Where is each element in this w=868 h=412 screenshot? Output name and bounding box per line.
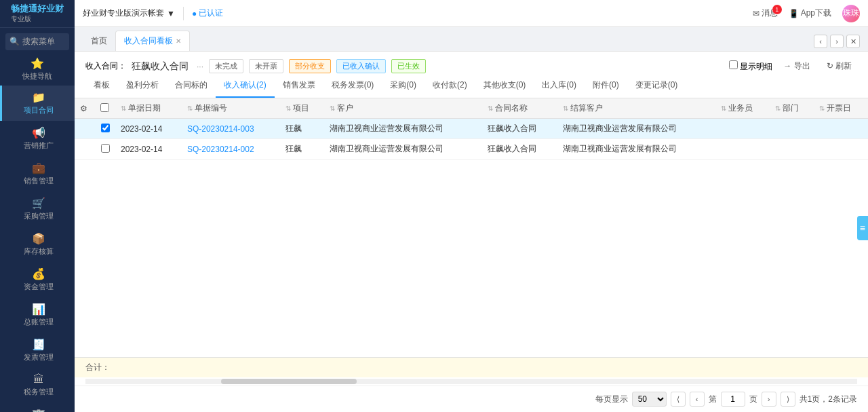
ledger-icon: 📊 [32,303,45,316]
tab-kanban[interactable]: 看板 [85,74,118,98]
sidebar-item-invoice[interactable]: 🧾 发票管理 [0,333,75,368]
row-check-1[interactable] [95,139,115,160]
income-confirm-table: ⚙ ⇅ 单据日期 ⇅ 单据编号 ⇅ 项目 ⇅ 客户 ⇅ 合同名称 ⇅ 结算客户 … [75,98,868,160]
tab-other-income[interactable]: 其他收支(0) [475,74,534,98]
tab-income-confirm[interactable]: 收入确认(2) [216,74,275,98]
status-incomplete[interactable]: 未完成 [209,59,243,73]
marketing-icon: 📢 [32,126,45,139]
col-header-settings[interactable]: ⚙ [75,98,95,119]
sort-date-icon[interactable]: ⇅ [121,105,126,112]
sidebar-item-fixed-assets[interactable]: 🏢 固定资产 [0,402,75,412]
page-number-input[interactable] [721,392,745,407]
row-customer-1: 湖南卫视商业运营发展有限公司 [324,139,482,160]
search-menu-button[interactable]: 🔍 搜索菜单 [5,33,69,50]
row-number-1[interactable]: SQ-20230214-002 [182,139,280,160]
row-customer-0: 湖南卫视商业运营发展有限公司 [324,119,482,139]
user-avatar[interactable]: 珠珠 [842,5,860,22]
col-header-salesman[interactable]: ⇅ 业务员 [715,98,770,119]
tab-change-log[interactable]: 变更记录(0) [627,74,686,98]
message-action[interactable]: ✉ 消息 1 [753,7,778,19]
contract-name: 狂飙收入合同 [132,60,189,73]
col-header-contract[interactable]: ⇅ 合同名称 [482,98,557,119]
sidebar-item-general-ledger[interactable]: 📊 总账管理 [0,297,75,333]
col-header-check[interactable] [95,98,115,119]
home-tab[interactable]: 首页 [83,31,115,51]
row-check-0[interactable] [95,119,115,139]
col-header-date[interactable]: ⇅ 单据日期 [115,98,182,119]
tab-sales-invoice[interactable]: 销售发票 [275,74,323,98]
table-row[interactable]: 2023-02-14 SQ-20230214-003 狂飙 湖南卫视商业运营发展… [75,119,868,139]
page-header-actions: 显示明细 → 导出 ↻ 刷新 [729,58,857,74]
page-size-select[interactable]: 50 100 200 [632,392,667,407]
sidebar-item-inventory[interactable]: 📦 库存核算 [0,227,75,262]
first-page-button[interactable]: ⟨ [671,392,686,407]
prev-page-button[interactable]: ‹ [690,392,705,407]
status-partial-payment[interactable]: 部分收支 [289,59,331,73]
select-all-checkbox[interactable] [100,103,109,112]
scrollbar-thumb[interactable] [221,379,357,384]
col-header-department[interactable]: ⇅ 部门 [770,98,814,119]
status-income-confirmed[interactable]: 已收入确认 [336,59,386,73]
col-header-settle-customer[interactable]: ⇅ 结算客户 [557,98,715,119]
table-row[interactable]: 2023-02-14 SQ-20230214-002 狂飙 湖南卫视商业运营发展… [75,139,868,160]
tab-close-button[interactable]: ✕ [176,37,181,45]
tab-attachment[interactable]: 附件(0) [585,74,627,98]
sidebar-item-finance[interactable]: 💰 资金管理 [0,262,75,297]
col-header-bill-date[interactable]: ⇅ 开票日 [814,98,868,119]
company-selector[interactable]: 好业财专业版演示帐套 ▼ [83,7,175,19]
sidebar-item-sales[interactable]: 💼 销售管理 [0,156,75,191]
sort-project-icon[interactable]: ⇅ [285,105,291,112]
sidebar-item-purchase[interactable]: 🛒 采购管理 [0,191,75,227]
tab-stock[interactable]: 出入库(0) [534,74,585,98]
last-page-button[interactable]: ⟩ [781,392,795,407]
tab-tax-invoice[interactable]: 税务发票(0) [323,74,382,98]
row-checkbox-0[interactable] [101,124,110,132]
sort-customer-icon[interactable]: ⇅ [330,105,335,112]
float-panel-button[interactable]: ≡ [857,216,868,240]
row-checkbox-1[interactable] [101,144,110,153]
show-detail-checkbox[interactable] [729,60,738,69]
sort-dept-icon[interactable]: ⇅ [775,105,781,112]
row-number-link-0[interactable]: SQ-20230214-003 [187,124,254,134]
next-page-button[interactable]: › [762,392,776,407]
marketing-label: 营销推广 [24,141,54,151]
sort-bill-icon[interactable]: ⇅ [819,105,825,112]
sort-settle-icon[interactable]: ⇅ [563,105,568,112]
col-header-customer[interactable]: ⇅ 客户 [324,98,482,119]
export-button[interactable]: → 导出 [778,58,815,74]
tab-payment[interactable]: 收付款(2) [425,74,475,98]
sidebar-item-tax[interactable]: 🏛 税务管理 [0,368,75,402]
page-size-label: 每页显示 [595,394,628,405]
status-uninvoiced[interactable]: 未开票 [249,59,283,73]
col-header-project[interactable]: ⇅ 项目 [280,98,324,119]
app-icon: 📱 [789,9,799,18]
row-contract-1: 狂飙收入合同 [482,139,557,160]
inventory-icon: 📦 [32,232,45,245]
sort-contract-icon[interactable]: ⇅ [488,105,493,112]
sales-label: 销售管理 [24,176,54,186]
row-number-0[interactable]: SQ-20230214-003 [182,119,280,139]
sort-salesman-icon[interactable]: ⇅ [721,105,726,112]
row-date-1: 2023-02-14 [115,139,182,160]
sidebar-item-marketing[interactable]: 📢 营销推广 [0,121,75,156]
tab-contract-subject[interactable]: 合同标的 [167,74,216,98]
tab-purchase[interactable]: 采购(0) [382,74,425,98]
tab-prev-button[interactable]: ‹ [814,35,827,48]
ledger-label: 总账管理 [24,317,54,327]
sort-number-icon[interactable]: ⇅ [187,105,193,112]
app-download-action[interactable]: 📱 App下载 [789,7,831,19]
tab-close-all-button[interactable]: ✕ [846,35,860,48]
refresh-button[interactable]: ↻ 刷新 [821,58,857,74]
col-header-number[interactable]: ⇅ 单据编号 [182,98,280,119]
main-content: 好业财专业版演示帐套 ▼ ● 已认证 ✉ 消息 1 📱 App下载 珠珠 首页 [75,0,868,412]
tab-next-button[interactable]: › [830,35,844,48]
row-number-link-1[interactable]: SQ-20230214-002 [187,145,254,154]
sidebar-item-quick-nav[interactable]: ⭐ 快捷导航 [0,53,75,86]
sidebar-item-project-contract[interactable]: 📁 项目合同 [0,86,75,121]
horizontal-scrollbar[interactable] [75,377,868,386]
active-tab[interactable]: 收入合同看板 ✕ [115,31,190,51]
more-button[interactable]: ··· [197,62,203,71]
topbar-right-actions: ✉ 消息 1 📱 App下载 珠珠 [753,5,860,22]
tab-profit[interactable]: 盈利分析 [118,74,167,98]
status-effective[interactable]: 已生效 [391,59,426,73]
